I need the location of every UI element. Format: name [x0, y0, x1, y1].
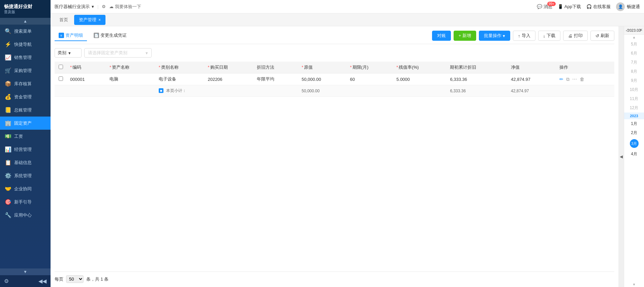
- sidebar-item-enterprise[interactable]: 🤝 企业协同: [0, 182, 51, 195]
- sidebar-item-ledger[interactable]: 📒 总账管理: [0, 103, 51, 117]
- account-button[interactable]: 对账: [432, 31, 451, 41]
- filter-input-dropdown: ▾: [146, 51, 148, 56]
- copy-icon[interactable]: ⧉: [566, 76, 570, 82]
- calendar-month-3-current[interactable]: 3月: [630, 139, 639, 148]
- calendar-month-10[interactable]: 10月: [624, 85, 644, 94]
- more-icon[interactable]: ⋯: [572, 76, 577, 82]
- sidebar-item-basic-info[interactable]: 📋 基础信息: [0, 156, 51, 169]
- refresh-button[interactable]: ↺ 刷新: [590, 31, 614, 41]
- subtotal-net-value: 42,874.97: [508, 85, 556, 97]
- sidebar-item-label: 经营管理: [14, 147, 32, 153]
- tab-close-button[interactable]: ×: [98, 18, 101, 22]
- add-button[interactable]: + 新增: [454, 31, 476, 41]
- sub-tab-change-voucher[interactable]: 📄 变更生成凭证: [90, 30, 131, 41]
- cloud-icon: ☁: [109, 4, 114, 9]
- experience-label: 我要体验一下: [115, 4, 141, 10]
- download-label2: 下载: [547, 33, 555, 39]
- sidebar-item-search[interactable]: 🔍 搜索菜单: [0, 25, 51, 38]
- calendar-month-2[interactable]: 2月: [624, 128, 644, 137]
- col-original-value: *原值: [298, 62, 347, 73]
- sidebar-item-label: 库存核算: [14, 81, 32, 87]
- sidebar-item-operations[interactable]: 📊 经营管理: [0, 143, 51, 156]
- sidebar-item-sales[interactable]: 📈 销售管理: [0, 51, 51, 64]
- sub-tabs: ≡ 资产明细 📄 变更生成凭证 对账 + 新增 批量操作 ▾ ↑: [55, 30, 614, 44]
- sidebar-item-app-center[interactable]: 🔧 应用中心: [0, 209, 51, 222]
- sidebar-item-fixed-assets[interactable]: 🏢 固定资产: [0, 117, 51, 130]
- sidebar-item-payroll[interactable]: 💵 工资: [0, 130, 51, 143]
- import-label: 导入: [522, 33, 530, 39]
- calendar-month-8[interactable]: 8月: [624, 67, 644, 76]
- calendar-month-6[interactable]: 6月: [624, 49, 644, 58]
- import-button[interactable]: ↑ 导入: [513, 31, 535, 41]
- sub-tab-asset-detail[interactable]: ≡ 资产明细: [55, 30, 87, 41]
- cell-original-value: 50,000.00: [298, 73, 347, 85]
- sidebar-item-system[interactable]: ⚙️ 系统管理: [0, 169, 51, 182]
- company-selector[interactable]: 医疗器械行业演示 ▾: [55, 4, 94, 10]
- col-code: *编码: [67, 62, 106, 73]
- row-checkbox[interactable]: [59, 76, 63, 81]
- sidebar-logo: 畅捷通好业财 普及版: [0, 0, 51, 18]
- calendar-scroll-up[interactable]: ▲: [624, 35, 644, 40]
- search-icon: 🔍: [5, 28, 11, 34]
- table-row: 000001 电脑 电子设备 202206 年限平均 50,000.00 60 …: [55, 73, 614, 85]
- settings-gear-icon[interactable]: ⚙: [102, 4, 106, 9]
- delete-icon[interactable]: 🗑: [580, 76, 584, 82]
- col-purchase-date: *购买日期: [204, 62, 253, 73]
- sidebar-scroll-down[interactable]: ▼: [0, 268, 51, 275]
- tab-asset-management[interactable]: 资产管理 ×: [74, 15, 105, 25]
- cell-residual-rate: 5.0000: [393, 73, 447, 85]
- sidebar-item-guide[interactable]: 🎯 新手引导: [0, 195, 51, 209]
- calendar-month-1[interactable]: 1月: [624, 119, 644, 128]
- subtotal-row: ■ 本页小计： 50,000.00 6,333.36 42,874.97: [55, 85, 614, 97]
- refresh-label: 刷新: [601, 33, 609, 39]
- calendar-month-5[interactable]: 5月: [624, 40, 644, 49]
- right-panel-close-button[interactable]: ✕: [639, 28, 643, 32]
- panel-collapse-button[interactable]: ◀: [618, 26, 624, 287]
- select-all-checkbox[interactable]: [59, 65, 63, 69]
- topbar: 医疗器械行业演示 ▾ | ⚙ ☁ 我要体验一下 💬 消息 99+ 📱 App下载…: [51, 0, 644, 13]
- cell-period: 60: [347, 73, 393, 85]
- right-panel-expand-button[interactable]: ⤢: [625, 28, 629, 32]
- right-panel-title: 2023.03: [627, 28, 641, 32]
- sidebar-item-purchase[interactable]: 🛒 采购管理: [0, 64, 51, 77]
- per-page-select[interactable]: 50 10 20 100: [66, 275, 84, 283]
- change-voucher-icon: 📄: [94, 33, 99, 38]
- asset-table: *编码 *资产名称 *类别名称 *购买日期 折旧方法 *原值 *期限(月) *残…: [55, 62, 614, 97]
- download-button[interactable]: ↓ 下载: [538, 31, 561, 41]
- tab-home[interactable]: 首页: [55, 15, 73, 25]
- fixed-assets-icon: 🏢: [5, 120, 11, 126]
- settings-icon[interactable]: ⚙: [4, 278, 9, 284]
- print-button[interactable]: 🖨 打印: [563, 31, 588, 41]
- asset-detail-icon: ≡: [59, 33, 64, 38]
- calendar-month-9[interactable]: 9月: [624, 76, 644, 85]
- download-button[interactable]: 📱 App下载: [558, 4, 581, 10]
- user-avatar: 👤: [616, 2, 625, 11]
- app-center-icon: 🔧: [5, 212, 11, 218]
- user-menu[interactable]: 👤 畅捷通: [616, 2, 640, 11]
- col-residual-rate: *残值率(%): [393, 62, 447, 73]
- batch-button[interactable]: 批量操作 ▾: [479, 31, 510, 41]
- total-label: 条，共 1 条: [86, 276, 109, 282]
- category-filter[interactable]: 类别 ▾: [55, 48, 82, 58]
- sidebar-item-inventory[interactable]: 📦 库存核算: [0, 77, 51, 90]
- sidebar-item-label: 系统管理: [14, 173, 32, 179]
- calendar-month-12[interactable]: 12月: [624, 103, 644, 113]
- batch-label: 批量操作: [484, 33, 501, 39]
- sidebar-item-quick-nav[interactable]: ⚡ 快捷导航: [0, 38, 51, 51]
- payroll-icon: 💵: [5, 133, 11, 139]
- calendar-month-4[interactable]: 4月: [624, 150, 644, 159]
- service-button[interactable]: 🎧 在线客服: [586, 4, 611, 10]
- main-content: ≡ 资产明细 📄 变更生成凭证 对账 + 新增 批量操作 ▾ ↑: [51, 26, 618, 287]
- calendar-month-7[interactable]: 7月: [624, 58, 644, 67]
- sidebar-item-capital[interactable]: 💰 资金管理: [0, 90, 51, 103]
- calendar-month-11[interactable]: 11月: [624, 94, 644, 103]
- sidebar-scroll-up[interactable]: ▲: [0, 18, 51, 25]
- message-button[interactable]: 💬 消息 99+: [537, 4, 552, 10]
- cell-cumulative-depreciation: 6,333.36: [447, 73, 508, 85]
- experience-button[interactable]: ☁ 我要体验一下: [109, 4, 141, 10]
- collapse-icon[interactable]: ◀◀: [38, 278, 47, 284]
- category-input[interactable]: 请选择固定资产类别 ▾: [84, 48, 152, 58]
- logo-sub: 普及版: [4, 9, 15, 14]
- calendar-scroll-down[interactable]: ▼: [624, 282, 644, 287]
- edit-icon[interactable]: ✏: [559, 76, 563, 82]
